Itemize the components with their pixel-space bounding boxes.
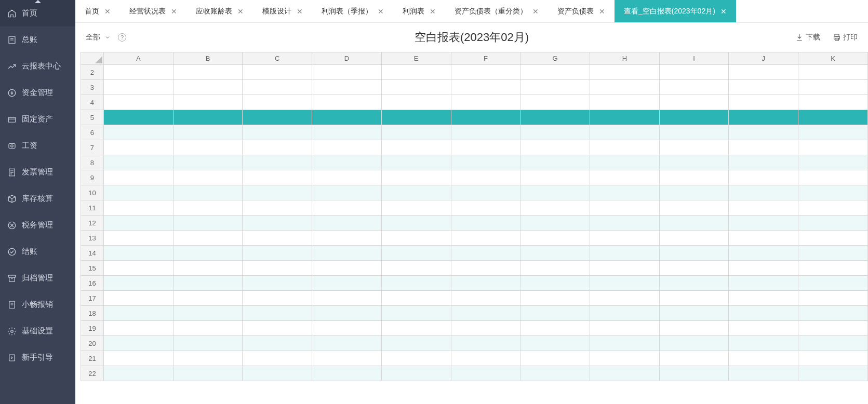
cell-A17[interactable] <box>103 291 173 306</box>
cell-K14[interactable] <box>798 246 868 261</box>
cell-J17[interactable] <box>729 291 798 306</box>
cell-D13[interactable] <box>312 231 382 246</box>
column-header-C[interactable]: C <box>243 52 312 65</box>
cell-F9[interactable] <box>451 170 520 185</box>
cell-E21[interactable] <box>381 351 451 366</box>
cell-B4[interactable] <box>173 95 243 110</box>
cell-J2[interactable] <box>729 65 798 80</box>
cell-B17[interactable] <box>173 291 243 306</box>
cell-K8[interactable] <box>798 155 868 170</box>
cell-H14[interactable] <box>590 246 660 261</box>
close-icon[interactable]: ✕ <box>104 8 111 15</box>
close-icon[interactable]: ✕ <box>430 8 436 15</box>
cell-B19[interactable] <box>173 321 243 336</box>
column-header-K[interactable]: K <box>798 52 868 65</box>
cell-A7[interactable] <box>103 140 173 155</box>
cell-K10[interactable] <box>798 185 868 200</box>
spreadsheet[interactable]: ABCDEFGHIJK 2345678910111213141516171819… <box>75 52 868 404</box>
cell-K16[interactable] <box>798 276 868 291</box>
cell-I12[interactable] <box>659 216 729 231</box>
cell-J11[interactable] <box>729 200 798 216</box>
cell-J16[interactable] <box>729 276 798 291</box>
row-header-12[interactable]: 12 <box>81 216 104 231</box>
cell-B8[interactable] <box>173 155 243 170</box>
cell-J13[interactable] <box>729 231 798 246</box>
cell-B10[interactable] <box>173 185 243 200</box>
tab-4[interactable]: 利润表（季报）✕ <box>312 0 393 22</box>
cell-D6[interactable] <box>312 125 382 140</box>
cell-F4[interactable] <box>451 95 520 110</box>
cell-H10[interactable] <box>590 185 660 200</box>
cell-G7[interactable] <box>520 140 590 155</box>
cell-I3[interactable] <box>659 80 729 95</box>
cell-C11[interactable] <box>243 200 312 216</box>
cell-K4[interactable] <box>798 95 868 110</box>
cell-H8[interactable] <box>590 155 660 170</box>
sidebar-item-archive[interactable]: 归档管理 <box>0 265 75 291</box>
cell-F15[interactable] <box>451 261 520 276</box>
sidebar-item-settings[interactable]: 基础设置 <box>0 318 75 344</box>
cell-A12[interactable] <box>103 216 173 231</box>
cell-J9[interactable] <box>729 170 798 185</box>
cell-C18[interactable] <box>243 306 312 321</box>
download-button[interactable]: 下载 <box>795 33 820 42</box>
row-header-11[interactable]: 11 <box>81 200 104 216</box>
cell-F2[interactable] <box>451 65 520 80</box>
cell-D2[interactable] <box>312 65 382 80</box>
cell-I8[interactable] <box>659 155 729 170</box>
cell-E11[interactable] <box>381 200 451 216</box>
row-header-21[interactable]: 21 <box>81 351 104 366</box>
cell-A18[interactable] <box>103 306 173 321</box>
cell-K6[interactable] <box>798 125 868 140</box>
cell-D14[interactable] <box>312 246 382 261</box>
cell-E14[interactable] <box>381 246 451 261</box>
column-header-J[interactable]: J <box>729 52 798 65</box>
cell-D16[interactable] <box>312 276 382 291</box>
cell-C3[interactable] <box>243 80 312 95</box>
row-header-13[interactable]: 13 <box>81 231 104 246</box>
cell-F19[interactable] <box>451 321 520 336</box>
cell-H6[interactable] <box>590 125 660 140</box>
row-header-20[interactable]: 20 <box>81 336 104 351</box>
cell-A4[interactable] <box>103 95 173 110</box>
sidebar-item-guide[interactable]: 新手引导 <box>0 344 75 371</box>
cell-C7[interactable] <box>243 140 312 155</box>
cell-G17[interactable] <box>520 291 590 306</box>
sidebar-item-close[interactable]: 结账 <box>0 238 75 265</box>
row-header-10[interactable]: 10 <box>81 185 104 200</box>
cell-H18[interactable] <box>590 306 660 321</box>
cell-A16[interactable] <box>103 276 173 291</box>
cell-C16[interactable] <box>243 276 312 291</box>
cell-K15[interactable] <box>798 261 868 276</box>
cell-H16[interactable] <box>590 276 660 291</box>
column-header-F[interactable]: F <box>451 52 520 65</box>
print-button[interactable]: 打印 <box>833 33 858 42</box>
cell-E4[interactable] <box>381 95 451 110</box>
cell-B16[interactable] <box>173 276 243 291</box>
cell-J4[interactable] <box>729 95 798 110</box>
cell-H19[interactable] <box>590 321 660 336</box>
cell-D20[interactable] <box>312 336 382 351</box>
cell-C9[interactable] <box>243 170 312 185</box>
cell-E19[interactable] <box>381 321 451 336</box>
cell-H20[interactable] <box>590 336 660 351</box>
cell-F8[interactable] <box>451 155 520 170</box>
cell-I16[interactable] <box>659 276 729 291</box>
cell-H13[interactable] <box>590 231 660 246</box>
cell-D19[interactable] <box>312 321 382 336</box>
cell-B12[interactable] <box>173 216 243 231</box>
cell-D3[interactable] <box>312 80 382 95</box>
cell-H4[interactable] <box>590 95 660 110</box>
cell-F22[interactable] <box>451 366 520 381</box>
close-icon[interactable]: ✕ <box>599 8 605 15</box>
cell-E13[interactable] <box>381 231 451 246</box>
cell-A3[interactable] <box>103 80 173 95</box>
cell-J5[interactable] <box>729 110 798 125</box>
cell-C8[interactable] <box>243 155 312 170</box>
cell-H9[interactable] <box>590 170 660 185</box>
tab-0[interactable]: 首页✕ <box>75 0 120 22</box>
cell-C15[interactable] <box>243 261 312 276</box>
cell-D4[interactable] <box>312 95 382 110</box>
cell-G2[interactable] <box>520 65 590 80</box>
cell-K21[interactable] <box>798 351 868 366</box>
